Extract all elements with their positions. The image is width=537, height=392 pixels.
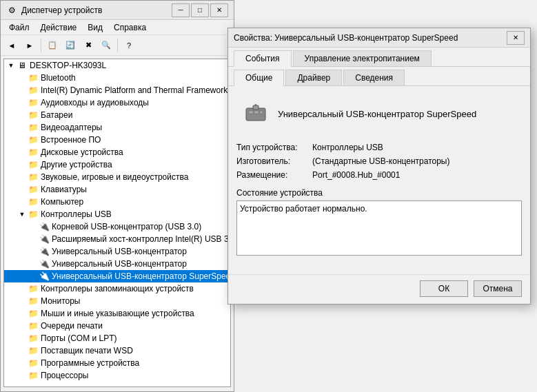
- props-label-1: Изготовитель:: [236, 156, 312, 166]
- menu-help[interactable]: Справка: [108, 21, 152, 34]
- tree-item-disks[interactable]: 📁Дисковые устройства: [4, 146, 230, 158]
- expand-btn-keyboards[interactable]: [17, 184, 28, 195]
- tab-main-1[interactable]: Драйвер: [285, 70, 342, 85]
- expand-btn-software[interactable]: [17, 358, 28, 369]
- tree-item-sound[interactable]: 📁Звуковые, игровые и видеоустройства: [4, 171, 230, 183]
- tree-item-usb-hub2[interactable]: 🔌Универсальный USB-концентратор: [4, 258, 230, 270]
- item-icon-usb-superspeed: 🔌: [39, 271, 50, 282]
- expand-btn-storage-ctrl[interactable]: [17, 283, 28, 294]
- tree-item-processors[interactable]: 📁Процессоры: [4, 369, 230, 382]
- minimize-button[interactable]: ─: [172, 3, 190, 17]
- tab-main-2[interactable]: Сведения: [343, 70, 405, 85]
- expand-btn-intel-platform[interactable]: [17, 85, 28, 96]
- menu-action[interactable]: Действие: [35, 21, 83, 34]
- expand-btn-sound[interactable]: [17, 172, 28, 183]
- item-label-bluetooth: Bluetooth: [41, 73, 76, 83]
- props-value-2: Port_#0008.Hub_#0001: [312, 170, 522, 180]
- app-icon: ⚙: [6, 5, 17, 16]
- tab-top-0[interactable]: События: [234, 50, 292, 67]
- expand-btn-audio[interactable]: [17, 97, 28, 108]
- tree-item-software[interactable]: 📁Программные устройства: [4, 357, 230, 369]
- tree-item-usb-ctrl[interactable]: ▼📁Контроллеры USB: [4, 208, 230, 220]
- expand-btn-usb-ctrl[interactable]: ▼: [17, 209, 28, 220]
- tree-item-other[interactable]: 📁Другие устройства: [4, 158, 230, 171]
- expand-btn-batteries[interactable]: [17, 110, 28, 121]
- expand-btn-usb-hub2[interactable]: [28, 258, 39, 269]
- close-button[interactable]: ✕: [210, 3, 228, 17]
- item-label-keyboards: Клавиатуры: [41, 185, 87, 194]
- tree-item-video[interactable]: 📁Видеоадаптеры: [4, 121, 230, 134]
- tree-item-usb-root[interactable]: 🔌Корневой USB-концентратор (USB 3.0): [4, 220, 230, 233]
- help-icon-button[interactable]: ?: [121, 37, 137, 54]
- dialog-close-button[interactable]: ✕: [507, 31, 525, 45]
- item-label-firmware: Встроенное ПО: [41, 135, 101, 145]
- maximize-button[interactable]: □: [191, 3, 209, 17]
- expand-btn-video[interactable]: [17, 122, 28, 133]
- expand-btn-usb-superspeed[interactable]: [28, 271, 39, 282]
- tree-item-audio[interactable]: 📁Аудиовходы и аудиовыходы: [4, 96, 230, 109]
- dialog-btn-отмена[interactable]: Отмена: [474, 280, 522, 297]
- expand-btn-usb-ext[interactable]: [28, 234, 39, 245]
- expand-btn-other[interactable]: [17, 159, 28, 170]
- tree-item-monitors[interactable]: 📁Мониторы: [4, 295, 230, 307]
- properties-button[interactable]: 📋: [44, 37, 61, 54]
- item-label-storage-ctrl: Контроллеры запоминающих устройств: [41, 284, 194, 293]
- scan-button[interactable]: 🔍: [98, 37, 114, 54]
- item-label-print-provider: Поставщик печати WSD: [41, 346, 133, 355]
- item-label-usb-ctrl: Контроллеры USB: [41, 209, 112, 219]
- item-icon-computers: 📁: [28, 196, 39, 207]
- dialog-btn-ок[interactable]: ОК: [420, 280, 468, 297]
- forward-button[interactable]: ►: [21, 37, 38, 54]
- tree-item-intel-platform[interactable]: 📁Intel(R) Dynamic Platform and Thermal F…: [4, 84, 230, 96]
- tree-item-usb-hub1[interactable]: 🔌Универсальный USB-концентратор: [4, 245, 230, 258]
- expand-btn-processors[interactable]: [17, 370, 28, 381]
- tree-item-firmware[interactable]: 📁Встроенное ПО: [4, 134, 230, 146]
- dialog-title-bar: Свойства: Универсальный USB-концентратор…: [228, 28, 530, 48]
- item-label-usb-hub2: Универсальный USB-концентратор: [52, 259, 187, 269]
- tree-item-print-queue[interactable]: 📁Очереди печати: [4, 320, 230, 332]
- tree-item-ports[interactable]: 📁Порты (COM и LPT): [4, 332, 230, 344]
- tree-item-keyboards[interactable]: 📁Клавиатуры: [4, 183, 230, 196]
- uninstall-button[interactable]: ✖: [80, 37, 97, 54]
- back-button[interactable]: ◄: [3, 37, 20, 54]
- tab-top-1[interactable]: Управление электропитанием: [293, 50, 432, 66]
- tree-item-usb-superspeed[interactable]: 🔌Универсальный USB-концентратор SuperSpe…: [4, 270, 230, 282]
- expand-btn-usb-hub1[interactable]: [28, 246, 39, 257]
- tree-item-bluetooth[interactable]: 📁Bluetooth: [4, 72, 230, 84]
- expand-btn-root[interactable]: ▼: [6, 60, 17, 71]
- tree-item-print-provider[interactable]: 📁Поставщик печати WSD: [4, 344, 230, 357]
- expand-btn-print-provider[interactable]: [17, 345, 28, 356]
- device-status-text[interactable]: Устройство работает нормально.: [236, 200, 522, 256]
- menu-view[interactable]: Вид: [82, 21, 108, 34]
- dialog-device-name: Универсальный USB-концентратор SuperSpee…: [278, 109, 476, 119]
- tree-item-root[interactable]: ▼🖥DESKTOP-HK3093L: [4, 59, 230, 72]
- item-icon-print-provider: 📁: [28, 345, 39, 356]
- menu-file[interactable]: Файл: [3, 21, 35, 34]
- expand-btn-usb-root[interactable]: [28, 221, 39, 232]
- tree-item-mice[interactable]: 📁Мыши и иные указывающие устройства: [4, 307, 230, 320]
- expand-btn-print-queue[interactable]: [17, 320, 28, 331]
- expand-btn-bluetooth[interactable]: [17, 72, 28, 83]
- tree-item-computers[interactable]: 📁Компьютер: [4, 196, 230, 208]
- expand-btn-monitors[interactable]: [17, 296, 28, 307]
- expand-btn-firmware[interactable]: [17, 134, 28, 145]
- svg-rect-0: [246, 108, 265, 121]
- expand-btn-disks[interactable]: [17, 147, 28, 158]
- expand-btn-mice[interactable]: [17, 308, 28, 319]
- device-tree[interactable]: ▼🖥DESKTOP-HK3093L📁Bluetooth📁Intel(R) Dyn…: [3, 59, 231, 387]
- item-icon-batteries: 📁: [28, 110, 39, 121]
- window-controls: ─ □ ✕: [172, 3, 228, 17]
- dialog-tabs-top: СобытияУправление электропитанием: [228, 48, 530, 67]
- expand-btn-ports[interactable]: [17, 333, 28, 344]
- item-label-audio: Аудиовходы и аудиовыходы: [41, 98, 149, 107]
- tree-item-storage-ctrl[interactable]: 📁Контроллеры запоминающих устройств: [4, 282, 230, 295]
- update-driver-button[interactable]: 🔄: [62, 37, 79, 54]
- item-label-usb-hub1: Универсальный USB-концентратор: [52, 247, 187, 256]
- expand-btn-computers[interactable]: [17, 196, 28, 207]
- tab-main-0[interactable]: Общие: [234, 70, 284, 86]
- item-icon-disks: 📁: [28, 147, 39, 158]
- tree-item-usb-ext[interactable]: 🔌Расширяемый хост-контроллер Intel(R) US…: [4, 233, 230, 245]
- tree-item-batteries[interactable]: 📁Батареи: [4, 109, 230, 121]
- status-group: Состояние устройства Устройство работает…: [236, 188, 522, 258]
- item-icon-software: 📁: [28, 358, 39, 369]
